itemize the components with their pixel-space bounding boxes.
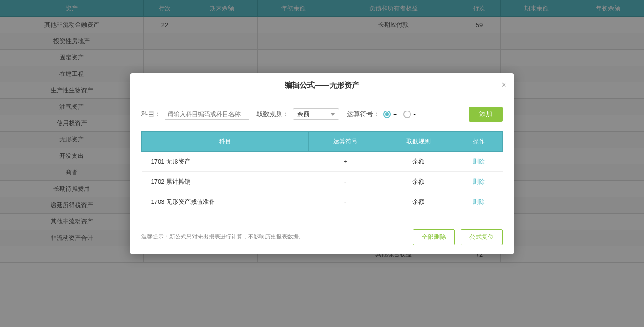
rule-field-wrap: 取数规则： 余额 借方发生额 贷方发生额 xyxy=(256,108,339,120)
modal-body: 科目： 取数规则： 余额 借方发生额 贷方发生额 运算符号： xyxy=(130,97,514,222)
formula-operator: + xyxy=(309,151,382,171)
col-action: 操作 xyxy=(455,131,503,151)
delete-all-button[interactable]: 全部删除 xyxy=(413,229,455,245)
formula-subject: 1701 无形资产 xyxy=(142,151,309,171)
formula-row: 1703 无形资产减值准备-余额删除 xyxy=(142,192,503,212)
rule-select-wrap: 余额 借方发生额 贷方发生额 xyxy=(293,108,339,120)
operator-radio-group: + - xyxy=(383,111,416,118)
radio-minus-label: - xyxy=(413,111,416,118)
form-row: 科目： 取数规则： 余额 借方发生额 贷方发生额 运算符号： xyxy=(141,107,503,122)
rule-select[interactable]: 余额 借方发生额 贷方发生额 xyxy=(293,108,339,120)
radio-plus-label: + xyxy=(393,111,397,118)
col-operator: 运算符号 xyxy=(309,131,382,151)
modal-overlay: 编辑公式——无形资产 × 科目： 取数规则： 余额 借方发生额 贷方发生额 xyxy=(0,0,644,327)
modal-footer: 温馨提示：新公式只对未出报表进行计算，不影响历史报表数据。 全部删除 公式复位 xyxy=(130,222,514,254)
add-button[interactable]: 添加 xyxy=(469,107,503,122)
operator-field-wrap: 运算符号： + - xyxy=(347,110,416,119)
modal-header: 编辑公式——无形资产 × xyxy=(130,73,514,97)
formula-operator: - xyxy=(309,171,382,192)
formula-table: 科目 运算符号 取数规则 操作 1701 无形资产+余额删除1702 累计摊销-… xyxy=(141,131,503,212)
formula-operator: - xyxy=(309,192,382,212)
delete-row-button[interactable]: 删除 xyxy=(473,178,485,186)
formula-subject: 1703 无形资产减值准备 xyxy=(142,192,309,212)
col-subject: 科目 xyxy=(142,131,309,151)
modal-close-button[interactable]: × xyxy=(501,81,506,89)
formula-action: 删除 xyxy=(455,151,503,171)
subject-input[interactable] xyxy=(165,109,249,120)
radio-plus-circle xyxy=(383,111,391,118)
subject-label: 科目： xyxy=(141,110,161,119)
delete-row-button[interactable]: 删除 xyxy=(473,198,485,206)
col-rule: 取数规则 xyxy=(382,131,455,151)
formula-rule: 余额 xyxy=(382,192,455,212)
delete-row-button[interactable]: 删除 xyxy=(473,157,485,166)
modal-title: 编辑公式——无形资产 xyxy=(285,81,359,89)
radio-plus[interactable]: + xyxy=(383,111,397,118)
footer-buttons: 全部删除 公式复位 xyxy=(413,229,503,245)
radio-minus-circle xyxy=(403,111,411,118)
reset-formula-button[interactable]: 公式复位 xyxy=(461,229,503,245)
formula-rule: 余额 xyxy=(382,171,455,192)
formula-row: 1702 累计摊销-余额删除 xyxy=(142,171,503,192)
rule-label: 取数规则： xyxy=(256,110,289,119)
formula-action: 删除 xyxy=(455,192,503,212)
operator-label: 运算符号： xyxy=(347,110,380,119)
formula-subject: 1702 累计摊销 xyxy=(142,171,309,192)
formula-action: 删除 xyxy=(455,171,503,192)
radio-minus[interactable]: - xyxy=(403,111,416,118)
footer-tip: 温馨提示：新公式只对未出报表进行计算，不影响历史报表数据。 xyxy=(141,233,304,241)
subject-field-wrap: 科目： xyxy=(141,109,249,120)
formula-rule: 余额 xyxy=(382,151,455,171)
modal-dialog: 编辑公式——无形资产 × 科目： 取数规则： 余额 借方发生额 贷方发生额 xyxy=(130,73,514,254)
formula-row: 1701 无形资产+余额删除 xyxy=(142,151,503,171)
